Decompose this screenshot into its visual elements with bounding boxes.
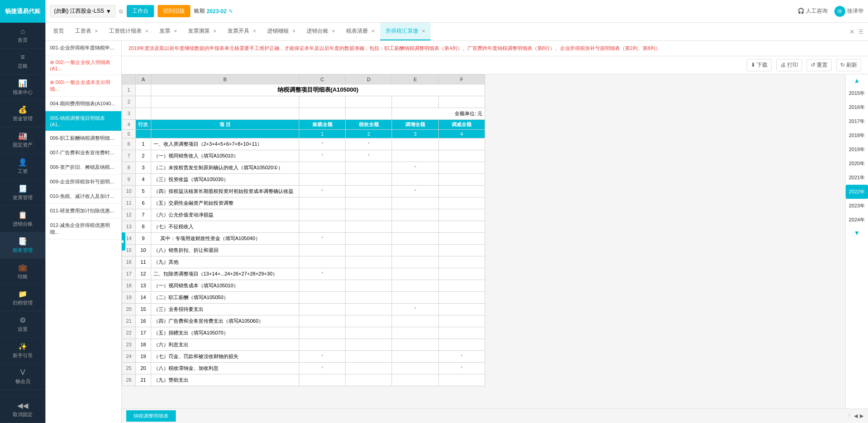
cell-24-d[interactable] [346,350,392,362]
year-2023[interactable]: 2023年 [846,199,868,213]
left-item-008[interactable]: 008-资产折旧、摊销及纳税... [45,160,121,175]
copy-icon[interactable]: ⧉ [119,8,123,15]
cell-26-item[interactable]: （九）赞助支出 [151,374,299,386]
cell-21-item[interactable]: （四）广告费和业务宣传费支出（填写A105060） [151,315,299,327]
cell-14-f[interactable] [438,232,485,244]
left-item-009[interactable]: 009-企业所得税弥补亏损明... [45,175,121,189]
cell-18-d[interactable] [346,280,392,291]
sidebar-item-closing[interactable]: 💼 结账 [0,259,45,285]
cell-12-d[interactable] [346,209,392,221]
cell-20-c[interactable] [299,303,345,315]
tab-invoice-open[interactable]: 发票开具 ✕ [222,23,262,40]
cell-10-item[interactable]: （四）按权益法核算长期股权投资对初始投资成本调整确认收益 [151,185,299,197]
cell-9-d[interactable] [346,173,392,185]
collapse-panel-button[interactable]: ◀ [122,232,125,251]
cell-8-e[interactable]: * [392,162,438,173]
cell-16-c[interactable] [299,256,345,268]
cell-23-d[interactable] [346,339,392,350]
cell-1-a[interactable] [136,84,151,96]
workspace-button[interactable]: 工作台 [127,5,154,17]
cell-26-c[interactable] [299,374,345,386]
cell-8-d[interactable] [346,162,392,173]
cell-11-e[interactable] [392,197,438,209]
left-item-006[interactable]: 006-职工薪酬纳税调整明细... [45,131,121,146]
tab-invoice-calc[interactable]: 发票测算 ✕ [183,23,222,40]
cell-12-e[interactable] [392,209,438,221]
year-2015[interactable]: 2015年 [846,86,868,100]
sidebar-item-sales[interactable]: 📋 进销台账 [0,206,45,232]
cell-24-c[interactable]: * [299,350,345,362]
year-scroll-up[interactable]: ▲ [852,74,863,86]
cell-7-f[interactable] [438,150,485,162]
cell-21-c[interactable] [299,315,345,327]
tab-tax-return[interactable]: 税表清册 ✕ [341,23,380,40]
cell-22-c[interactable] [299,327,345,339]
cell-19-item[interactable]: （二）职工薪酬（填写A105050） [151,291,299,303]
cell-17-c[interactable]: * [299,268,345,280]
close-tab-income-tax[interactable]: ✕ [422,29,425,34]
cell-2-a[interactable] [136,96,151,108]
company-selector[interactable]: (勿删) 江西股金-LSS ▼ [50,5,115,17]
cell-6-d[interactable]: * [346,138,392,150]
cell-6-item[interactable]: 一、收入类调整项目（2+3+4+5+6+7+8+10+11） [151,138,299,150]
cell-26-f[interactable] [438,374,485,386]
close-tab-invoice-open[interactable]: ✕ [253,29,256,34]
left-item-012[interactable]: 012-减免企业所得税优惠明细... [45,218,121,240]
cell-11-f[interactable] [438,197,485,209]
sidebar-item-tax[interactable]: 📑 税务管理 [0,232,45,259]
cell-12-f[interactable] [438,209,485,221]
sidebar-item-home[interactable]: ⌂ 首页 [0,23,45,49]
cell-18-f[interactable] [438,280,485,291]
left-item-011[interactable]: 011-研发费用加计扣除优惠... [45,204,121,218]
cell-19-c[interactable] [299,291,345,303]
cell-12-c[interactable] [299,209,345,221]
sidebar-item-guide[interactable]: ✨ 新手引导 [0,338,45,364]
left-item-010[interactable]: 010-免税、减计收入及加计... [45,189,121,204]
close-tab-sales-ledger[interactable]: ✕ [332,29,335,34]
cell-3-c[interactable] [299,108,345,119]
cell-25-e[interactable] [392,362,438,374]
cell-14-d[interactable] [346,232,392,244]
year-2022[interactable]: 2022年 [846,185,868,199]
cell-14-item[interactable]: 其中：专项用途财政性资金（填写A105040） [151,232,299,244]
cell-7-d[interactable]: * [346,150,392,162]
switch-old-button[interactable]: 切到旧版 [158,5,190,17]
cell-22-e[interactable] [392,327,438,339]
cell-21-e[interactable] [392,315,438,327]
cell-18-item[interactable]: （一）视同销售成本（填写A105010） [151,280,299,291]
cell-17-e[interactable] [392,268,438,280]
cell-25-c[interactable]: * [299,362,345,374]
bottom-tab-adjustment[interactable]: 纳税调整明细表 [126,410,176,422]
left-item-003[interactable]: 003-一般企业成本支出明细... [45,75,121,97]
cell-3-d[interactable] [346,108,392,119]
cell-13-item[interactable]: （七）不征税收入 [151,221,299,232]
cell-16-e[interactable] [392,256,438,268]
cell-13-e[interactable] [392,221,438,232]
cell-23-f[interactable] [438,339,485,350]
cell-7-item[interactable]: （一）视同销售收入（填写A105010） [151,150,299,162]
cell-2-b[interactable] [151,96,299,108]
cell-2-f[interactable] [438,96,485,108]
cell-2-d[interactable] [346,96,392,108]
unpin-button[interactable]: ◀◀ 取消固定 [0,396,45,423]
year-scroll-down[interactable]: ▼ [852,227,863,239]
period-edit-icon[interactable]: ✎ [228,8,233,15]
cell-21-d[interactable] [346,315,392,327]
tab-payroll-stats[interactable]: 工资统计报表 ✕ [104,23,154,40]
print-button[interactable]: 🖨 打印 [776,59,802,71]
cell-20-item[interactable]: （三）业务招待要支出 [151,303,299,315]
left-item-002[interactable]: 002-一般企业收入明细表(A1... [45,55,121,75]
year-2024[interactable]: 2024年 [846,213,868,227]
cell-10-e[interactable]: * [392,185,438,197]
close-tab-payroll[interactable]: ✕ [94,29,98,34]
cell-20-d[interactable] [346,303,392,315]
cell-24-e[interactable] [392,350,438,362]
cell-19-f[interactable] [438,291,485,303]
reset-button[interactable]: ↺ 重置 [807,59,832,71]
sidebar-item-vip[interactable]: V 畅会员 [0,364,45,390]
cell-11-c[interactable] [299,197,345,209]
left-item-007[interactable]: 007-广告费和业务宣传费时... [45,146,121,160]
cell-6-c[interactable]: * [299,138,345,150]
nav-left-arrow[interactable]: ◀ [854,413,858,419]
tab-invoice[interactable]: 发票 ✕ [154,23,183,40]
